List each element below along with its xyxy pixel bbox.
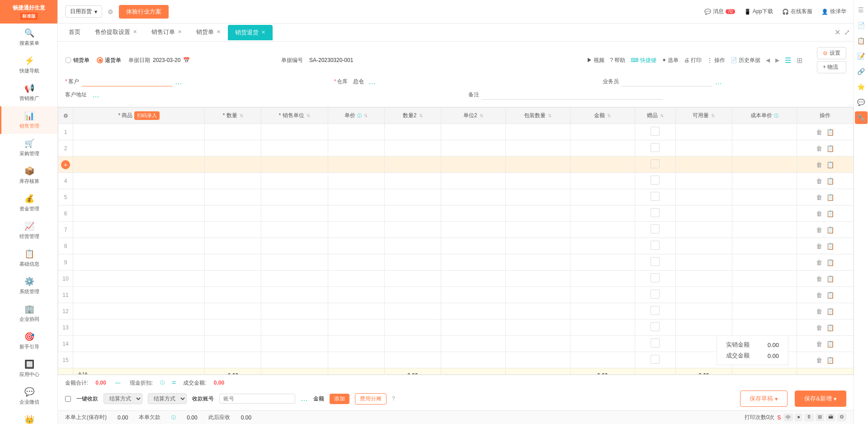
row-5-unit[interactable]: [261, 189, 328, 205]
row-12-price[interactable]: [328, 303, 384, 319]
row-4-unit2[interactable]: [441, 173, 505, 189]
row-12-unit[interactable]: [261, 303, 328, 319]
row-2-qty2[interactable]: [384, 140, 441, 157]
sidebar-item-system[interactable]: ⚙️ 系统管理: [0, 272, 57, 300]
row-10-unit[interactable]: [261, 271, 328, 287]
gift-checkbox-8[interactable]: [651, 241, 660, 250]
copy-icon-6[interactable]: 📋: [826, 210, 834, 217]
row-4-unit[interactable]: [261, 173, 328, 189]
row-9-product[interactable]: [73, 254, 205, 271]
tab-sales-order-close[interactable]: ✕: [178, 29, 182, 35]
delete-icon-10[interactable]: 🗑: [816, 275, 822, 282]
row-3-amount[interactable]: [570, 157, 635, 173]
right-panel-item-6[interactable]: ⭐: [855, 81, 868, 93]
gift-checkbox-11[interactable]: [651, 290, 660, 299]
row-8-unit[interactable]: [261, 238, 328, 254]
gift-checkbox-5[interactable]: [651, 192, 660, 201]
row-5-qty2[interactable]: [384, 189, 441, 205]
customer-addr-dots[interactable]: …: [92, 91, 99, 99]
row-12-pkg[interactable]: [505, 303, 570, 319]
row-1-qty[interactable]: [205, 124, 261, 140]
row-10-qty2[interactable]: [384, 271, 441, 287]
row-6-qty2[interactable]: [384, 205, 441, 222]
row-3-unit2[interactable]: [441, 157, 505, 173]
user-item[interactable]: 👤 徐泽华: [821, 8, 846, 15]
row-9-price[interactable]: [328, 254, 384, 271]
nav-select[interactable]: 日用百货 ▾: [65, 5, 102, 18]
radio-sales[interactable]: 销货单: [65, 57, 90, 64]
row-11-pkg[interactable]: [505, 287, 570, 303]
sidebar-item-basic[interactable]: 📋 基础信息: [0, 244, 57, 272]
row-6-avail[interactable]: [675, 205, 732, 222]
toolbar-help[interactable]: ? 帮助: [610, 57, 625, 64]
row-12-gift[interactable]: [635, 303, 675, 319]
row-9-gift[interactable]: [635, 254, 675, 271]
row-11-qty2[interactable]: [384, 287, 441, 303]
app-download-item[interactable]: 📱 App下载: [744, 8, 773, 15]
row-15-unit2[interactable]: [441, 352, 505, 368]
sidebar-item-member[interactable]: 👑 畅会员: [0, 410, 57, 424]
product-input-4[interactable]: [76, 178, 202, 184]
list-view-icon[interactable]: ☰: [785, 56, 791, 65]
one-click-pay-checkbox[interactable]: [65, 396, 71, 402]
toolbar-select[interactable]: ✦ 选单: [662, 57, 679, 64]
toolbar-shortcut[interactable]: ⌨ 快捷键: [631, 57, 656, 64]
row-6-qty[interactable]: [205, 205, 261, 222]
row-10-pkg[interactable]: [505, 271, 570, 287]
row-4-gift[interactable]: [635, 173, 675, 189]
row-11-product[interactable]: [73, 287, 205, 303]
row-15-gift[interactable]: [635, 352, 675, 368]
row-8-qty2[interactable]: [384, 238, 441, 254]
row-15-product[interactable]: [73, 352, 205, 368]
row-4-qty[interactable]: [205, 173, 261, 189]
account-input[interactable]: [219, 394, 295, 404]
delete-icon-9[interactable]: 🗑: [816, 259, 822, 266]
scan-button[interactable]: 扫码录入: [134, 111, 160, 120]
row-6-unit[interactable]: [261, 205, 328, 222]
row-5-unit2[interactable]: [441, 189, 505, 205]
row-6-price[interactable]: [328, 205, 384, 222]
row-6-product[interactable]: [73, 205, 205, 222]
row-10-product[interactable]: [73, 271, 205, 287]
right-panel-item-3[interactable]: 📋: [855, 34, 868, 47]
row-13-qty[interactable]: [205, 319, 261, 336]
row-1-qty2[interactable]: [384, 124, 441, 140]
row-13-unit[interactable]: [261, 319, 328, 336]
sidebar-item-newbie[interactable]: 🎯 新手引导: [0, 327, 57, 355]
row-7-avail[interactable]: [675, 222, 732, 238]
row-10-gift[interactable]: [635, 271, 675, 287]
customer-dots[interactable]: …: [175, 78, 182, 86]
row-5-product[interactable]: [73, 189, 205, 205]
settings-gear-icon[interactable]: ⚙: [108, 8, 113, 15]
row-1-pkg[interactable]: [505, 124, 570, 140]
row-13-cost[interactable]: [732, 319, 797, 336]
row-14-pkg[interactable]: [505, 336, 570, 352]
row-15-qty2[interactable]: [384, 352, 441, 368]
row-6-unit2[interactable]: [441, 205, 505, 222]
add-button[interactable]: 添加: [330, 394, 349, 404]
row-12-product[interactable]: [73, 303, 205, 319]
tab-close-icon[interactable]: ✕: [835, 28, 840, 37]
row-5-amount[interactable]: [570, 189, 635, 205]
prev-icon[interactable]: ◀: [766, 57, 770, 63]
row-3-price[interactable]: [328, 157, 384, 173]
sidebar-item-operation[interactable]: 📈 经营管理: [0, 217, 57, 244]
row-3-pkg[interactable]: [505, 157, 570, 173]
radio-return[interactable]: 退货单: [97, 57, 121, 64]
row-14-gift[interactable]: [635, 336, 675, 352]
row-5-qty[interactable]: [205, 189, 261, 205]
row-14-qty2[interactable]: [384, 336, 441, 352]
delete-icon-4[interactable]: 🗑: [816, 177, 822, 185]
copy-icon-13[interactable]: 📋: [826, 324, 834, 331]
row-11-cost[interactable]: [732, 287, 797, 303]
toolbar-history[interactable]: 📄 历史单据: [731, 57, 760, 64]
row-3-unit[interactable]: [261, 157, 328, 173]
copy-icon-3[interactable]: 📋: [826, 161, 834, 168]
product-input-13[interactable]: [76, 324, 202, 331]
row-14-price[interactable]: [328, 336, 384, 352]
row-1-product[interactable]: [73, 124, 205, 140]
delete-icon-13[interactable]: 🗑: [816, 324, 822, 331]
sidebar-item-enterprise[interactable]: 🏢 企业协同: [0, 300, 57, 327]
row-11-amount[interactable]: [570, 287, 635, 303]
gift-checkbox-4[interactable]: [651, 176, 660, 185]
